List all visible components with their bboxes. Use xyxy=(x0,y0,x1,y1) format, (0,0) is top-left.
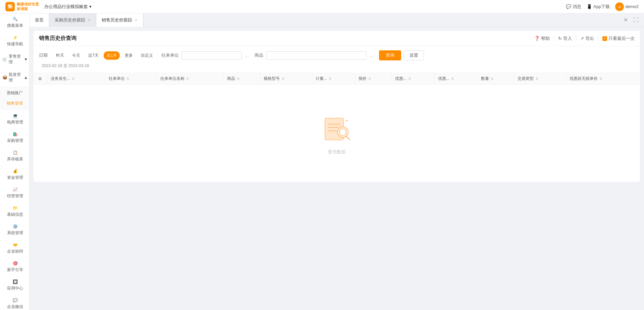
date-range-display: 2023-02-18 至 2023-03-18 xyxy=(39,63,635,69)
sidebar-item-apps[interactable]: 🔲 应用中心 xyxy=(0,276,29,295)
sidebar-item-shortcuts[interactable]: ⚡ 快捷导航 xyxy=(0,32,29,50)
tab-close-purchase[interactable]: × xyxy=(87,17,91,23)
th-partner-name[interactable]: 往来单位名称 ⇅ xyxy=(157,73,223,85)
th-quote-price[interactable]: 报价 ⇅ xyxy=(355,73,391,85)
th-biz-date[interactable]: 业务发生... ⇅ xyxy=(47,73,105,85)
product-dots: ... xyxy=(369,52,374,58)
app-selector[interactable]: 办公用品行业模拟账套 ▾ xyxy=(42,2,94,11)
date-btn-custom[interactable]: 自定义 xyxy=(138,51,156,60)
sidebar-item-search[interactable]: 🔍 搜索菜单 xyxy=(0,13,29,32)
th-product[interactable]: 商品 ⇅ xyxy=(224,73,260,85)
sidebar-item-operation[interactable]: 📈 经营管理 xyxy=(0,184,29,202)
sidebar-item-guide[interactable]: 🎯 新手引导 xyxy=(0,258,29,276)
inventory-icon: 📋 xyxy=(13,150,18,155)
avatar: d xyxy=(615,2,624,11)
date-btn-today[interactable]: 今天 xyxy=(69,51,83,60)
tab-home[interactable]: 首页 xyxy=(30,13,49,27)
sidebar-item-system[interactable]: ⚙️ 系统管理 xyxy=(0,221,29,239)
sidebar-item-purchase[interactable]: 🛍️ 采购管理 xyxy=(0,128,29,147)
help-icon: ❓ xyxy=(534,36,540,41)
fullscreen-btn[interactable]: ⛶ xyxy=(632,16,640,24)
sidebar-item-basic[interactable]: 📁 基础信息 xyxy=(0,202,29,221)
sidebar-item-retail[interactable]: 🛒 零售管理 ▼ xyxy=(0,50,29,68)
divider2 xyxy=(576,36,576,41)
user-menu-btn[interactable]: d demo2 xyxy=(615,2,639,11)
operation-icon: 📈 xyxy=(13,187,18,192)
checkbox-icon: ✓ xyxy=(602,36,607,41)
purchase-icon: 🛍️ xyxy=(13,132,18,137)
sort-icon-partner-name: ⇅ xyxy=(186,77,189,81)
sort-icon-spec: ⇅ xyxy=(282,77,284,81)
ecommerce-icon: 💻 xyxy=(13,113,18,118)
sort-icon-quote-price: ⇅ xyxy=(368,77,371,81)
th-discount2[interactable]: 优惠... ⇅ xyxy=(435,73,478,85)
logo-text: 畅捷信好生意 标准版 xyxy=(17,2,39,11)
retail-icon: 🛒 xyxy=(2,57,7,62)
download-icon: 📱 xyxy=(587,4,592,9)
sort-icon-product: ⇅ xyxy=(237,77,239,81)
import-btn[interactable]: ↻ 导入 xyxy=(558,36,572,42)
top-bar-right: 💬 消息 📱 App下载 d demo2 xyxy=(566,2,639,11)
content-area: 首页 采购历史价跟踪 × 销售历史价跟踪 × ✕ ⛶ 销售历史价查询 xyxy=(30,13,644,310)
message-icon: 💬 xyxy=(566,4,571,9)
date-btn-yesterday[interactable]: 昨天 xyxy=(53,51,67,60)
tab-bar-actions: ✕ ⛶ xyxy=(622,15,644,24)
settings-button[interactable]: 设置 xyxy=(404,50,424,60)
apps-icon: 🔲 xyxy=(13,279,18,284)
filter-area: 日期 昨天 今天 近7天 近1月 更多 自定义 往来单位 ... xyxy=(34,46,640,73)
sort-icon-biz-date: ⇅ xyxy=(72,77,74,81)
source-field: 往来单位 ... xyxy=(161,51,249,60)
sidebar-item-cooperation[interactable]: 🤝 企业协同 xyxy=(0,239,29,258)
th-quantity[interactable]: 数量 ⇅ xyxy=(478,73,514,85)
help-btn[interactable]: ❓ 帮助 xyxy=(534,36,550,42)
sidebar-item-marketing[interactable]: 营销推广 xyxy=(0,88,29,98)
sidebar-item-ecommerce[interactable]: 💻 电商管理 xyxy=(0,110,29,128)
sidebar-item-inventory[interactable]: 📋 库存核算 xyxy=(0,147,29,165)
logo-icon: 畅 xyxy=(5,2,15,11)
date-btn-more[interactable]: 更多 xyxy=(122,51,136,60)
date-btn-7days[interactable]: 近7天 xyxy=(85,51,102,60)
sidebar-item-wholesale[interactable]: 📦 批发管理 ▲ xyxy=(0,68,29,87)
system-icon: ⚙️ xyxy=(13,224,18,229)
empty-state: ✦ 暂无数据 xyxy=(34,85,640,182)
lightning-icon: ⚡ xyxy=(13,35,18,40)
tab-sales-history[interactable]: 销售历史价跟踪 × xyxy=(96,13,143,27)
th-trade-type[interactable]: 交易类型 ⇅ xyxy=(514,73,566,85)
sidebar-item-wechat[interactable]: 💬 企业微信 xyxy=(0,295,29,310)
sort-icon-discount1: ⇅ xyxy=(408,77,411,81)
source-input[interactable] xyxy=(181,51,242,60)
th-tax-free-price[interactable]: 优惠前无税单价 ⇅ xyxy=(566,73,640,85)
query-button[interactable]: 查询 xyxy=(379,50,401,60)
basic-icon: 📁 xyxy=(13,206,18,210)
th-spec[interactable]: 规格型号 ⇅ xyxy=(260,73,312,85)
sidebar-item-sales[interactable]: 销售管理 xyxy=(0,98,29,109)
date-btn-1month[interactable]: 近1月 xyxy=(104,51,120,60)
chevron-down-icon: ▼ xyxy=(24,57,28,62)
cooperation-icon: 🤝 xyxy=(13,243,18,247)
logo-area: 畅 畅捷信好生意 标准版 xyxy=(5,2,39,11)
top-bar-left: 畅 畅捷信好生意 标准版 办公用品行业模拟账套 ▾ xyxy=(5,2,94,11)
source-dots: ... xyxy=(245,52,249,58)
sidebar-sub-wholesale: 营销推广 销售管理 xyxy=(0,87,29,110)
tab-close-sales[interactable]: × xyxy=(134,17,138,23)
app-download-btn[interactable]: 📱 App下载 xyxy=(587,4,610,10)
close-all-btn[interactable]: ✕ xyxy=(622,15,629,24)
export-icon: ↗ xyxy=(580,36,584,41)
th-partner-code[interactable]: 往来单位 ⇅ xyxy=(105,73,157,85)
settings-gear-icon[interactable]: ⚙ xyxy=(38,76,42,81)
th-discount1[interactable]: 优惠... ⇅ xyxy=(391,73,434,85)
finance-icon: 💰 xyxy=(13,169,18,173)
tab-purchase-history[interactable]: 采购历史价跟踪 × xyxy=(49,13,96,27)
only-last-checkbox[interactable]: ✓ 只看最后一次 xyxy=(602,36,635,42)
import-icon: ↻ xyxy=(558,36,562,41)
export-btn[interactable]: ↗ 导出 xyxy=(580,36,594,42)
search-icon: 🔍 xyxy=(13,17,18,21)
table-header-row: ⚙ 业务发生... ⇅ 往来单位 ⇅ xyxy=(34,73,640,85)
product-input[interactable] xyxy=(266,51,367,60)
th-unit[interactable]: 计量... ⇅ xyxy=(312,73,355,85)
sidebar-item-finance[interactable]: 💰 资金管理 xyxy=(0,165,29,184)
sort-icon-trade-type: ⇅ xyxy=(536,77,538,81)
main-layout: 🔍 搜索菜单 ⚡ 快捷导航 🛒 零售管理 ▼ 📦 批发管理 ▲ 营销推广 销售管… xyxy=(0,13,644,310)
message-btn[interactable]: 💬 消息 xyxy=(566,4,581,10)
top-bar: 畅 畅捷信好生意 标准版 办公用品行业模拟账套 ▾ 💬 消息 📱 App下载 d… xyxy=(0,0,644,13)
